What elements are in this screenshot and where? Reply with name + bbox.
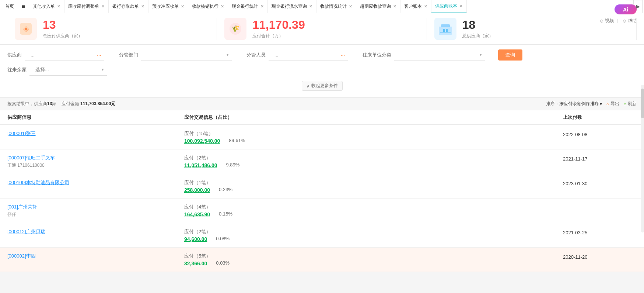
category-input-wrap[interactable]: ▾: [394, 49, 485, 61]
payable-info-4: 应付（4笔） 164,635.90 0.15%: [184, 204, 563, 217]
category-input[interactable]: [397, 51, 478, 59]
balance-input[interactable]: [32, 65, 100, 74]
help-link[interactable]: 帮助: [628, 18, 637, 24]
person-input[interactable]: [272, 51, 339, 59]
nav-tab-home-label: 首页: [5, 3, 14, 10]
divider: ｜: [615, 18, 620, 24]
lastpay-5: 2021-03-25: [563, 228, 637, 235]
supplier-info-2: [000007]恒旺二手叉车 王通 17106110000: [7, 155, 184, 169]
close-income-btn[interactable]: ✕: [57, 4, 60, 9]
nav-tab-paystat[interactable]: 收款情况统计 ✕: [316, 0, 356, 13]
balance-chevron-icon[interactable]: ▾: [102, 67, 104, 72]
scrollbar-track[interactable]: [641, 85, 644, 232]
total-suppliers-label: 总供应商（家）: [462, 33, 493, 39]
svg-rect-7: [446, 29, 448, 32]
nav-tab-menu[interactable]: ≡: [18, 0, 29, 13]
supplier-link-3[interactable]: [000100]本特勒油品有限公司: [7, 179, 184, 186]
payable-amount-row-5: 94,600.00 0.08%: [184, 235, 563, 242]
supplier-link-1[interactable]: [000001]张三: [7, 130, 184, 137]
payable-amount-6[interactable]: 32,366.00: [184, 261, 207, 266]
sort-chevron-icon: ▾: [600, 101, 602, 107]
supplier-sub-2: 王通 17106110000: [7, 162, 184, 169]
nav-tab-overdue-label: 超期应收款查询: [360, 3, 391, 10]
col-header-lastpay: 上次付数: [563, 114, 637, 121]
nav-tab-cashstat[interactable]: 现金银行统计 ✕: [228, 0, 268, 13]
nav-tab-customer[interactable]: 客户账本 ✕: [400, 0, 431, 13]
supplier-input-wrap[interactable]: ···: [25, 49, 104, 61]
nav-tab-income[interactable]: 其他收入单 ✕: [29, 0, 64, 13]
close-verify-btn[interactable]: ✕: [221, 4, 224, 9]
nav-tab-verify[interactable]: 收款核销执行 ✕: [188, 0, 228, 13]
result-summary-text: 搜索结果中，供应商13家 应付金额 111,703,854.00元: [7, 101, 115, 107]
table-row: [000002]李四 应付（5笔） 32,366.00 0.03% 2020-1…: [0, 248, 644, 272]
dept-input[interactable]: [144, 51, 225, 59]
svg-rect-5: [441, 24, 450, 27]
video-link[interactable]: 视频: [605, 18, 614, 24]
nav-tab-prepay[interactable]: 预收冲应收单 ✕: [148, 0, 188, 13]
person-input-wrap[interactable]: ···: [269, 49, 348, 61]
close-supplier-btn[interactable]: ✕: [459, 4, 463, 8]
person-ellipsis-icon[interactable]: ···: [341, 52, 345, 58]
close-cashflow-btn[interactable]: ✕: [309, 4, 312, 9]
total-suppliers-icon: [434, 18, 456, 40]
supplier-link-6[interactable]: [000002]李四: [7, 253, 184, 259]
close-prepay-btn[interactable]: ✕: [181, 4, 184, 9]
lastpay-6: 2020-11-20: [563, 253, 637, 260]
refresh-button[interactable]: ○ 刷新: [624, 101, 637, 107]
nav-tab-customer-label: 客户账本: [404, 3, 422, 10]
dept-input-wrap[interactable]: ▾: [141, 49, 232, 61]
export-button[interactable]: ○ 导出: [606, 101, 619, 107]
query-button[interactable]: 查询: [498, 49, 522, 61]
table-row: [001]广州荣轩 仔仔 应付（4笔） 164,635.90 0.15%: [0, 199, 644, 223]
nav-tab-menu-label: ≡: [22, 3, 25, 10]
collapse-button[interactable]: ∧ 收起更多条件: [302, 81, 343, 91]
close-adjust-btn[interactable]: ✕: [101, 4, 105, 9]
payable-count-4: 应付（4笔）: [184, 204, 563, 210]
dept-chevron-icon[interactable]: ▾: [227, 52, 229, 57]
filter-item-category: 往来单位分类 ▾: [363, 49, 485, 61]
scrollbar-thumb[interactable]: [641, 89, 644, 118]
lastpay-3: 2023-01-30: [563, 179, 637, 186]
payable-percent-6: 0.03%: [216, 260, 230, 266]
supplier-info-6: [000002]李四: [7, 253, 184, 259]
person-filter-label: 分管人员: [246, 52, 266, 58]
filter-row-2: 往来余额 ▾: [7, 64, 637, 76]
collapse-icon: ∧: [307, 83, 310, 89]
payable-amount-1[interactable]: 100,092,540.00: [184, 138, 220, 144]
nav-tab-supplier[interactable]: 供应商账本 ✕: [431, 0, 467, 13]
collapse-label: 收起更多条件: [311, 83, 338, 89]
close-bank-btn[interactable]: ✕: [141, 4, 144, 9]
close-overdue-btn[interactable]: ✕: [393, 4, 396, 9]
payable-amount-3[interactable]: 258,000.00: [184, 187, 210, 193]
table-row: [000100]本特勒油品有限公司 应付（1笔） 258,000.00 0.23…: [0, 174, 644, 199]
payable-amount-4[interactable]: 164,635.90: [184, 211, 210, 217]
svg-text:🌾: 🌾: [231, 25, 240, 33]
balance-input-wrap[interactable]: ▾: [29, 64, 107, 76]
supplier-link-4[interactable]: [001]广州荣轩: [7, 204, 184, 210]
nav-tab-cashflow[interactable]: 现金银行流水查询 ✕: [268, 0, 316, 13]
supplier-ellipsis-icon[interactable]: ···: [97, 52, 101, 58]
nav-tab-overdue[interactable]: 超期应收款查询 ✕: [356, 0, 400, 13]
nav-tab-home[interactable]: 首页: [1, 0, 18, 13]
col-header-supplier: 供应商信息: [7, 114, 184, 121]
supplier-input[interactable]: [28, 51, 95, 59]
close-customer-btn[interactable]: ✕: [424, 4, 427, 9]
payable-amount-row-2: 11,051,486.00 9.89%: [184, 161, 563, 168]
payable-amount-2[interactable]: 11,051,486.00: [184, 162, 217, 168]
supplier-link-2[interactable]: [000007]恒旺二手叉车: [7, 155, 184, 161]
result-amount: 111,703,854.00元: [80, 101, 115, 106]
close-paystat-btn[interactable]: ✕: [349, 4, 352, 9]
payable-percent-5: 0.08%: [216, 236, 230, 241]
export-circle-icon: ○: [606, 101, 609, 107]
payable-amount-5[interactable]: 94,600.00: [184, 236, 207, 242]
payable-info-2: 应付（2笔） 11,051,486.00 9.89%: [184, 155, 563, 168]
balance-filter-label: 往来余额: [7, 66, 27, 73]
ai-button[interactable]: Ai: [615, 4, 637, 14]
supplier-link-5[interactable]: [000012]广州贝瑞: [7, 228, 184, 235]
close-cashstat-btn[interactable]: ✕: [260, 4, 264, 9]
sort-button[interactable]: 排序：按应付余额倒序排序 ▾: [546, 101, 602, 107]
svg-text:◈: ◈: [23, 24, 29, 32]
nav-tab-bank[interactable]: 银行存取款单 ✕: [109, 0, 148, 13]
nav-tab-adjust[interactable]: 应收应付调整单 ✕: [64, 0, 109, 13]
category-chevron-icon[interactable]: ▾: [480, 52, 482, 57]
